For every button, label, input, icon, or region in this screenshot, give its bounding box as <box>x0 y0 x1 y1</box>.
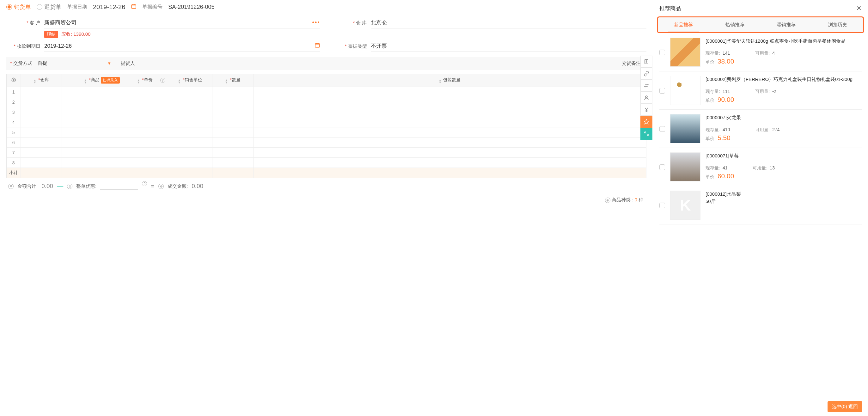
col-price[interactable]: ▲▼*单价? <box>122 74 168 87</box>
product-item[interactable]: [0000007]火龙果 现存量:410 可用量:274 单价:5.50 <box>659 110 862 148</box>
product-item[interactable]: [0000001]华美华夫软饼1200g 糕点零食小吃手撕面包早餐休闲食品 现存… <box>659 33 862 71</box>
date-value-input[interactable]: 2019-12-26 <box>93 3 125 11</box>
product-title: [0000002]费列罗（FERRERO）巧克力礼盒装生日礼物礼盒装01-300… <box>706 76 862 83</box>
delivery-select[interactable]: 自提 ▼ <box>37 60 111 67</box>
table-row[interactable]: 8 <box>7 158 646 168</box>
sort-icon: ▲▼ <box>137 79 140 84</box>
avail-label: 可用量: <box>755 89 770 94</box>
product-checkbox[interactable] <box>659 88 665 94</box>
avail-value: 274 <box>772 127 779 132</box>
select-return-button[interactable]: 选中(0) 返回 <box>828 401 863 412</box>
rail-person-icon[interactable] <box>641 92 652 104</box>
tab-return[interactable]: 退货单 <box>37 3 61 11</box>
col-qty[interactable]: ▲▼*数量 <box>212 74 253 87</box>
sum-label: 金额合计: <box>18 183 38 189</box>
remark-label: 交货备注 <box>622 60 641 66</box>
stock-value: 41 <box>722 165 727 170</box>
help-icon[interactable]: ? <box>142 181 147 186</box>
billtype-input[interactable]: 不开票 <box>371 40 647 52</box>
ellipsis-icon[interactable]: ••• <box>312 19 320 26</box>
rail-currency-icon[interactable] <box>641 104 652 116</box>
table-row[interactable]: 2 <box>7 97 646 107</box>
rail-note-icon[interactable] <box>641 56 652 68</box>
sku-suffix: 种 <box>639 197 643 202</box>
svg-point-8 <box>13 79 14 81</box>
warehouse-input[interactable]: 北京仓 <box>371 17 647 28</box>
sort-icon: ▲▼ <box>84 79 87 84</box>
svg-marker-14 <box>644 120 649 124</box>
side-tab-1[interactable]: 热销推荐 <box>709 18 761 32</box>
product-item[interactable]: K [0000012]水晶梨50斤 <box>659 186 862 224</box>
sort-icon: ▲▼ <box>225 79 228 84</box>
avail-value: 13 <box>770 165 775 170</box>
customer-label: *客 户 <box>6 20 40 26</box>
scan-badge[interactable]: 扫码录入 <box>101 77 120 84</box>
stock-label: 现存量: <box>706 165 720 170</box>
product-checkbox[interactable] <box>659 203 665 208</box>
stock-label: 现存量: <box>706 127 720 132</box>
product-checkbox[interactable] <box>659 50 665 55</box>
side-tab-3[interactable]: 浏览历史 <box>812 18 864 32</box>
svg-rect-4 <box>315 44 319 47</box>
sum-value: 0.00 <box>41 183 53 190</box>
sort-icon: ▲▼ <box>33 79 36 84</box>
help-icon[interactable]: ? <box>160 78 165 83</box>
tab-sales[interactable]: 销货单 <box>6 3 31 11</box>
calendar-icon[interactable] <box>314 42 320 50</box>
product-title: [0000007]火龙果 <box>706 114 862 121</box>
rail-link-icon[interactable] <box>641 68 652 79</box>
table-row[interactable]: 7 <box>7 148 646 158</box>
table-row[interactable]: 3 <box>7 107 646 117</box>
deal-value: 0.00 <box>191 183 203 190</box>
price-value: 5.50 <box>717 134 731 141</box>
price-value: 60.00 <box>717 172 734 180</box>
radio-off-icon <box>37 4 42 10</box>
side-tab-2[interactable]: 滞销推荐 <box>761 18 812 32</box>
rail-transfer-icon[interactable] <box>641 79 652 92</box>
svg-rect-0 <box>132 4 136 8</box>
col-unit[interactable]: ▲▼*销售单位 <box>168 74 212 87</box>
stock-value: 410 <box>722 127 730 132</box>
sku-count: 0 <box>634 197 637 202</box>
no-edit-icon: ⊘ <box>158 184 164 189</box>
product-checkbox[interactable] <box>659 164 665 170</box>
picker-label: 提货人 <box>121 60 135 66</box>
table-row[interactable]: 4 <box>7 117 646 127</box>
product-checkbox[interactable] <box>659 126 665 132</box>
discount-label: 整单优惠: <box>76 183 96 189</box>
product-title: [0000001]华美华夫软饼1200g 糕点零食小吃手撕面包早餐休闲食品 <box>706 38 862 45</box>
avail-label: 可用量: <box>755 51 770 56</box>
col-product[interactable]: ▲▼*商品扫码录入 <box>62 74 122 87</box>
col-pack[interactable]: ▲▼包装数量 <box>253 74 646 87</box>
stock-label: 现存量: <box>706 89 720 94</box>
product-image: K <box>670 191 701 220</box>
product-title: [00000071]草莓 <box>706 152 862 160</box>
close-icon[interactable]: ✕ <box>856 4 862 12</box>
product-item[interactable]: [00000071]草莓 现存量:41 可用量:13 单价:60.00 <box>659 148 862 186</box>
table-row[interactable]: 1 <box>7 87 646 97</box>
side-tab-0[interactable]: 新品推荐 <box>658 18 709 32</box>
avail-value: 4 <box>772 51 775 56</box>
calendar-icon[interactable] <box>131 3 136 11</box>
price-label: 单价: <box>706 136 716 141</box>
chevron-down-icon: ▼ <box>107 61 111 66</box>
rail-star-icon[interactable] <box>641 116 652 128</box>
table-settings[interactable] <box>7 74 21 87</box>
product-image <box>670 76 701 105</box>
table-row[interactable]: 6 <box>7 137 646 148</box>
paynow-badge: 现结 <box>44 31 58 38</box>
product-image <box>670 152 701 182</box>
equals-icon: = <box>151 183 155 190</box>
price-label: 单价: <box>706 59 716 64</box>
col-warehouse[interactable]: ▲▼*仓库 <box>21 74 62 87</box>
price-label: 单价: <box>706 98 716 103</box>
sn-label: 单据编号 <box>142 4 162 10</box>
rail-expand-icon[interactable] <box>641 128 652 140</box>
customer-input[interactable]: 新盛商贸公司 ••• <box>44 17 320 28</box>
discount-input[interactable] <box>100 183 138 190</box>
product-item[interactable]: [0000002]费列罗（FERRERO）巧克力礼盒装生日礼物礼盒装01-300… <box>659 71 862 110</box>
table-row[interactable]: 5 <box>7 127 646 137</box>
duedate-input[interactable]: 2019-12-26 <box>44 40 320 52</box>
receivable-text: 应收: 1390.00 <box>61 31 91 37</box>
sort-icon: ▲▼ <box>438 79 442 84</box>
